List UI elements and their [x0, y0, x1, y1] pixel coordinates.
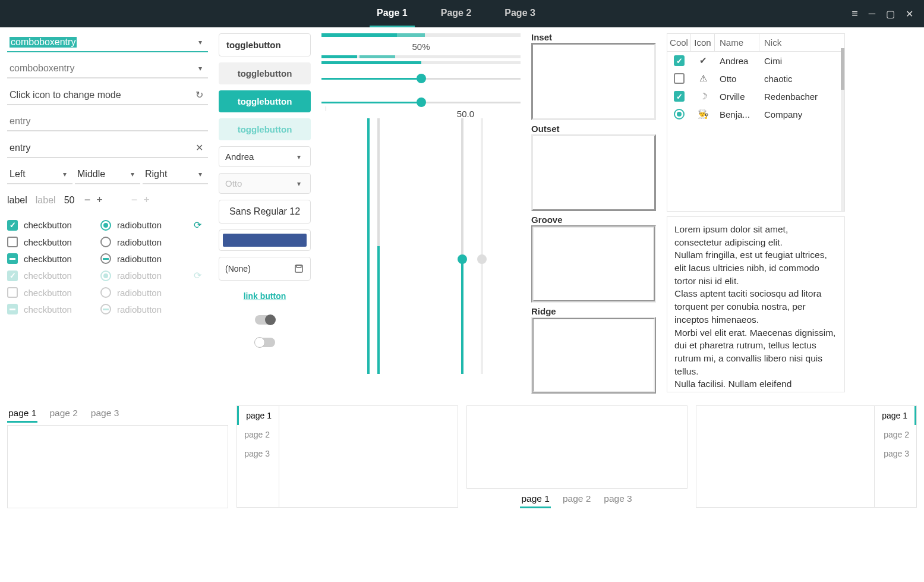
- chevron-down-icon[interactable]: ▾: [127, 170, 138, 178]
- mode-entry[interactable]: Click icon to change mode ↻: [7, 86, 208, 105]
- table-row[interactable]: ✔AndreaCimi: [667, 52, 844, 70]
- comboboxentry-active[interactable]: comboboxentry ▾: [7, 33, 208, 52]
- header-tab-page2[interactable]: Page 2: [434, 0, 479, 27]
- slider-thumb[interactable]: [458, 254, 467, 264]
- notebook-tab[interactable]: page 3: [876, 444, 916, 463]
- treeview[interactable]: Cool Icon Name Nick ✔AndreaCimi⚠Ottochao…: [667, 33, 845, 212]
- checkbutton-1[interactable]: checkbutton: [7, 220, 100, 231]
- notebook-tab[interactable]: page 2: [876, 425, 916, 444]
- frame-label: Inset: [531, 32, 552, 42]
- spin-minus-button[interactable]: −: [84, 194, 91, 206]
- notebook-tab[interactable]: page 2: [562, 491, 592, 508]
- color-button[interactable]: [219, 229, 311, 251]
- header-tab-page1[interactable]: Page 1: [370, 0, 415, 27]
- notebook-tab[interactable]: page 1: [237, 406, 279, 425]
- column-header-cool[interactable]: Cool: [667, 34, 691, 51]
- notebook-tab[interactable]: page 2: [237, 425, 279, 444]
- checkbox-icon[interactable]: [674, 91, 685, 102]
- column-header-nick[interactable]: Nick: [759, 34, 844, 51]
- slider-thumb[interactable]: [417, 74, 426, 83]
- checkbutton-5-disabled: checkbutton: [7, 287, 100, 298]
- column-header-name[interactable]: Name: [715, 34, 759, 51]
- vertical-scale-1[interactable]: [367, 118, 370, 374]
- spinbutton-value: 50: [64, 195, 78, 206]
- notebook-tab[interactable]: page 3: [603, 491, 633, 508]
- notebook-tab[interactable]: page 3: [90, 405, 120, 423]
- header-tab-page3[interactable]: Page 3: [497, 0, 543, 27]
- chevron-down-icon[interactable]: ▾: [59, 170, 70, 178]
- checkbutton-3[interactable]: checkbutton: [7, 253, 100, 264]
- radio-icon[interactable]: [674, 109, 685, 119]
- radiobutton-1[interactable]: radiobutton: [100, 220, 194, 231]
- radiobutton-label: radiobutton: [117, 220, 162, 230]
- notebook-tab[interactable]: page 3: [237, 444, 279, 463]
- togglebutton-2[interactable]: togglebutton: [219, 62, 311, 84]
- refresh-icon[interactable]: ↻: [193, 89, 206, 100]
- minimize-button[interactable]: ─: [869, 8, 875, 19]
- dropdown-left[interactable]: Left▾: [7, 165, 72, 184]
- notebook-tab[interactable]: page 2: [48, 405, 78, 423]
- slider-thumb[interactable]: [417, 97, 426, 107]
- radiobutton-3[interactable]: radiobutton: [100, 253, 194, 264]
- checkbutton-2[interactable]: checkbutton: [7, 237, 100, 247]
- dropdown-right[interactable]: Right▾: [143, 165, 208, 184]
- checkbox-icon[interactable]: [7, 253, 18, 264]
- spinbutton[interactable]: 50 − +: [64, 194, 103, 206]
- dropdown-middle[interactable]: Middle▾: [75, 165, 140, 184]
- radio-icon[interactable]: [100, 220, 111, 231]
- dropdown-names[interactable]: Andrea▾: [219, 146, 311, 167]
- horizontal-scale-1[interactable]: [321, 72, 521, 86]
- spin-plus-button[interactable]: +: [96, 194, 103, 206]
- close-button[interactable]: ✕: [906, 8, 913, 20]
- row-name: Benja...: [715, 108, 759, 121]
- menu-icon[interactable]: ≡: [852, 8, 858, 20]
- row-nick: chaotic: [759, 72, 844, 86]
- textview[interactable]: Lorem ipsum dolor sit amet, consectetur …: [667, 216, 845, 392]
- radio-icon[interactable]: [100, 237, 111, 247]
- column-header-icon[interactable]: Icon: [691, 34, 715, 51]
- notebook-tab[interactable]: page 1: [520, 491, 550, 508]
- chevron-down-icon[interactable]: ▾: [195, 170, 206, 178]
- radio-icon[interactable]: [100, 253, 111, 264]
- file-chooser-button[interactable]: (None): [219, 257, 311, 281]
- maximize-button[interactable]: ▢: [886, 8, 895, 20]
- entry-value-input[interactable]: [10, 143, 193, 153]
- scrollbar[interactable]: [841, 48, 844, 211]
- color-swatch: [223, 234, 307, 247]
- table-row[interactable]: ⚠Ottochaotic: [667, 70, 844, 87]
- clear-icon[interactable]: ✕: [193, 142, 206, 153]
- entry-with-clear[interactable]: ✕: [7, 139, 208, 158]
- dropdown-value: Andrea: [225, 152, 254, 162]
- switch-on[interactable]: [255, 315, 275, 325]
- table-row[interactable]: ☽OrvilleRedenbacher: [667, 87, 844, 105]
- notebook-tab[interactable]: page 1: [7, 405, 37, 423]
- notebook-page-content: [466, 405, 688, 489]
- radiobutton-2[interactable]: radiobutton: [100, 237, 194, 247]
- horizontal-scale-2[interactable]: 50.0: [321, 96, 521, 110]
- togglebutton-1[interactable]: togglebutton: [219, 33, 311, 56]
- font-button[interactable]: Sans Regular 12: [219, 200, 311, 224]
- checkbox-icon[interactable]: [674, 73, 685, 84]
- notebook-tab[interactable]: page 1: [875, 406, 916, 425]
- chevron-down-icon[interactable]: ▾: [294, 153, 304, 161]
- entry-placeholder-input[interactable]: [10, 116, 206, 127]
- switch-off[interactable]: [255, 338, 275, 347]
- checkbox-icon[interactable]: [674, 55, 685, 66]
- radiobutton-label: radiobutton: [117, 288, 162, 298]
- row-nick: Company: [759, 108, 844, 121]
- link-button[interactable]: link button: [219, 287, 311, 306]
- table-row[interactable]: 👨‍🍳Benja...Company: [667, 105, 844, 123]
- chevron-down-icon[interactable]: ▾: [195, 38, 206, 46]
- row-icon: ⚠: [691, 71, 715, 86]
- vertical-scale-2[interactable]: [377, 118, 380, 374]
- vertical-scale-3[interactable]: [461, 118, 463, 374]
- togglebutton-3-active[interactable]: togglebutton: [219, 90, 311, 112]
- checkbox-icon[interactable]: [7, 220, 18, 231]
- radio-icon: [100, 270, 111, 281]
- row-name: Otto: [715, 72, 759, 86]
- checkbox-icon[interactable]: [7, 237, 18, 247]
- entry-empty[interactable]: [7, 112, 208, 131]
- sync-icon[interactable]: ⟳: [194, 219, 208, 231]
- scrollbar-thumb[interactable]: [841, 48, 844, 90]
- widgets-column: togglebutton togglebutton togglebutton t…: [219, 33, 311, 396]
